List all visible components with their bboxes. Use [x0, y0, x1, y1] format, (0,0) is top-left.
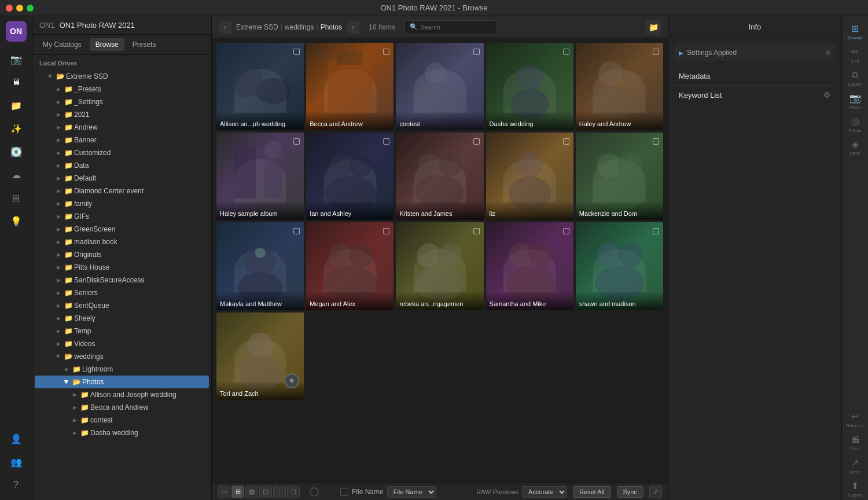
tab-my-catalogs[interactable]: My Catalogs [37, 38, 87, 51]
expand-button[interactable]: ⤢ [649, 486, 662, 498]
sidebar-item-contest[interactable]: ▶ 📁 contest [35, 414, 209, 427]
right-nav-export[interactable]: ⬆ Export [844, 478, 866, 500]
sidebar-item-originals[interactable]: ▶ 📁 Originals [35, 248, 209, 261]
nav-icon-light[interactable]: 💡 [6, 211, 27, 231]
photo-cell-11[interactable]: ▢ Makayla and Matthew [216, 222, 304, 310]
settings-applied-section[interactable]: ▶ Settings Applied ⚙ [674, 44, 836, 61]
folder-icon: 📂 [72, 377, 81, 387]
photo-cell-15[interactable]: ▢ shawn and madison [576, 222, 663, 310]
photo-cell-1[interactable]: ▢ Allison an...ph wedding [216, 43, 304, 130]
sidebar-item-default[interactable]: ▶ 📁 Default [35, 172, 209, 185]
tab-presets[interactable]: Presets [127, 38, 162, 51]
right-nav-browse[interactable]: ⊞ Browse [844, 21, 866, 43]
sidebar-item-customized[interactable]: ▶ 📁 Customized [35, 146, 209, 159]
maximize-button[interactable] [27, 5, 34, 12]
sort-checkbox[interactable] [340, 488, 348, 496]
sidebar-item-sandisk[interactable]: ▶ 📁 SanDiskSecureAccess [35, 274, 209, 286]
photo-cell-5[interactable]: ▢ Haley and Andrew [576, 43, 663, 130]
search-input[interactable] [420, 24, 492, 31]
sidebar-item-photos[interactable]: ▶ 📂 Photos [35, 376, 209, 388]
view-detail-button[interactable]: ◻ [287, 486, 300, 498]
breadcrumb-photos[interactable]: Photos [321, 23, 342, 31]
photo-cell-16[interactable]: Tori and Zach ⏺ [216, 312, 304, 400]
back-button[interactable]: ‹ [219, 21, 231, 34]
nav-icon-cloud[interactable]: ☁ [6, 164, 27, 185]
forward-button[interactable]: › [347, 21, 359, 34]
nav-icon-group[interactable]: 👥 [6, 451, 27, 472]
view-filmstrip-button[interactable]: ▤ [245, 486, 258, 498]
sidebar-item-andrew[interactable]: ▶ 📁 Andrew [35, 121, 209, 134]
right-nav-photo[interactable]: 📷 Photo [844, 90, 866, 112]
sidebar-item-family[interactable]: ▶ 📁 family [35, 197, 209, 210]
nav-icon-help[interactable]: ? [6, 475, 27, 495]
photo-cell-13[interactable]: ▢ rebeka an...ngagemen [396, 222, 483, 310]
folder-icon: 📂 [64, 352, 73, 361]
sidebar-item-seniors[interactable]: ▶ 📁 Seniors [35, 286, 209, 299]
sidebar-item-weddings[interactable]: ▶ 📂 weddings [35, 350, 209, 363]
new-folder-button[interactable]: 📁 [646, 20, 661, 35]
view-multicompare-button[interactable]: ⋮ [273, 486, 286, 498]
photo-cell-14[interactable]: ▢ Samantha and Mike [486, 222, 573, 310]
photo-cell-3[interactable]: ▢ contest [396, 43, 483, 130]
sidebar-item-lightroom[interactable]: ▶ 📁 Lightroom [35, 363, 209, 376]
main-toolbar: ‹ Extreme SSD | weddings | Photos › 16 I… [212, 16, 668, 38]
right-nav-edit[interactable]: ✏ Edit [844, 44, 866, 66]
sidebar-item-dasha-wedding[interactable]: ▶ 📁 Dasha wedding [35, 427, 209, 439]
view-grid-button[interactable]: ⊞ [231, 486, 244, 498]
right-nav-print[interactable]: 🖶 Print [844, 432, 866, 454]
raw-previews-select[interactable]: Accurate Fast [522, 486, 567, 498]
folder-icon: 📁 [64, 288, 73, 297]
sidebar-item-sheely[interactable]: ▶ 📁 Sheely [35, 312, 209, 325]
sidebar-item-pitts-house[interactable]: ▶ 📁 Pitts House [35, 261, 209, 274]
right-nav-share[interactable]: ↗ Share [844, 455, 866, 477]
breadcrumb-extreme-ssd[interactable]: Extreme SSD [236, 23, 278, 31]
nav-icon-layers[interactable]: ⊞ [6, 188, 27, 208]
sidebar-item-sentqueue[interactable]: ▶ 📁 SentQueue [35, 299, 209, 312]
tab-browse[interactable]: Browse [90, 38, 124, 51]
right-nav-focus[interactable]: ◎ Focus [844, 113, 866, 135]
sidebar-item-temp[interactable]: ▶ 📁 Temp [35, 325, 209, 337]
photo-cell-9[interactable]: ▢ liz [486, 133, 573, 220]
keyword-gear-icon[interactable]: ⚙ [823, 90, 831, 100]
photo-cell-6[interactable]: ▢ Haley sample album [216, 133, 304, 220]
sidebar-item-gifs[interactable]: ▶ 📁 GIFs [35, 210, 209, 223]
right-nav-mdr[interactable]: ◈ MDR [844, 137, 866, 159]
nav-icon-catalog[interactable]: 📁 [6, 95, 27, 116]
svg-point-5 [425, 63, 446, 84]
sync-button[interactable]: Sync [617, 486, 643, 498]
photo-cell-2[interactable]: ▢ Becca and Andrew [306, 43, 393, 130]
nav-icon-browse[interactable]: 🖥 [6, 72, 27, 93]
photo-cell-7[interactable]: ▢ Ian and Ashley [306, 133, 393, 220]
close-button[interactable] [6, 5, 13, 12]
sidebar-item-becca-andrew[interactable]: ▶ 📁 Becca and Andrew [35, 401, 209, 414]
search-box[interactable]: 🔍 [404, 20, 497, 34]
view-compare-button[interactable]: ◫ [259, 486, 272, 498]
reset-all-button[interactable]: Reset All [573, 486, 610, 498]
photo-cell-8[interactable]: ▢ Kristen and James [396, 133, 483, 220]
sidebar-item-diamond[interactable]: ▶ 📁 Diamond Center event [35, 185, 209, 197]
right-nav-retouch[interactable]: ↩ Retouch [844, 409, 866, 431]
sidebar-item-greenscreen[interactable]: ▶ 📁 GreenScreen [35, 223, 209, 236]
sidebar-item-data[interactable]: ▶ 📁 Data [35, 159, 209, 172]
sidebar-item-settings[interactable]: ▶ 📁 _Settings [35, 95, 209, 108]
minimize-button[interactable] [16, 5, 23, 12]
app-body: ON 📷 🖥 📁 ✨ 💽 ☁ ⊞ 💡 👤 👥 ? ON1 ON1 Photo R… [0, 16, 868, 500]
sidebar-item-madison-book[interactable]: ▶ 📁 madison book [35, 236, 209, 248]
breadcrumb-weddings[interactable]: weddings [285, 23, 314, 31]
sidebar-item-allison-joseph[interactable]: ▶ 📁 Allison and Joseph wedding [35, 388, 209, 401]
photo-cell-4[interactable]: ▢ Dasha wedding [486, 43, 573, 130]
view-single-button[interactable]: ▭ [218, 486, 230, 498]
sidebar-item-banner[interactable]: ▶ 📁 Banner [35, 134, 209, 146]
sidebar-item-videos[interactable]: ▶ 📁 Videos [35, 337, 209, 350]
sort-select[interactable]: File Name Date Rating [387, 486, 436, 498]
nav-icon-photos[interactable]: 📷 [6, 49, 27, 69]
right-nav-layers[interactable]: ⧉ Layers [844, 67, 866, 89]
nav-icon-local[interactable]: 💽 [6, 141, 27, 162]
nav-icon-account[interactable]: 👤 [6, 428, 27, 449]
sidebar-item-presets[interactable]: ▶ 📁 _Presets [35, 83, 209, 95]
photo-cell-10[interactable]: ▢ Mackenzie and Dom [576, 133, 663, 220]
sidebar-item-extreme-ssd[interactable]: ▶ 📂 Extreme SSD [35, 70, 209, 83]
nav-icon-effects[interactable]: ✨ [6, 118, 27, 139]
sidebar-item-2021[interactable]: ▶ 📁 2021 [35, 108, 209, 121]
photo-cell-12[interactable]: ▢ Megan and Alex [306, 222, 393, 310]
